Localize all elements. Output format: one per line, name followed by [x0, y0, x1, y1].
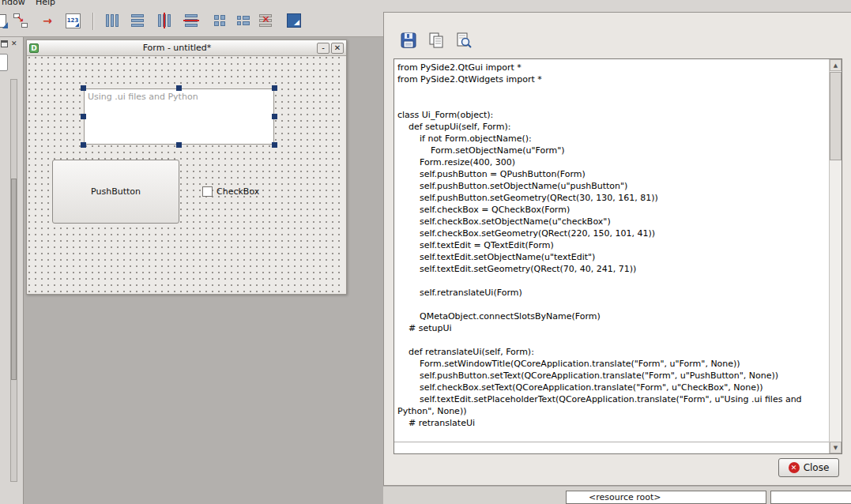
widgetbox-filter-input[interactable] [0, 54, 8, 71]
dock-float-icon[interactable] [1, 40, 8, 47]
toolbar-separator [92, 13, 94, 30]
selection-handle-bottom-middle[interactable] [176, 142, 182, 148]
code-vscrollbar-thumb[interactable] [830, 72, 842, 160]
left-dock-panel: ✕ [0, 37, 24, 504]
layout-form-icon[interactable] [234, 11, 253, 30]
code-dialog-toolbar [398, 30, 474, 51]
selection-handle-top-right[interactable] [272, 85, 277, 91]
horizontal-bars-icon [131, 14, 144, 27]
signal-slot-icon: ↘ [13, 13, 28, 28]
form-close-button[interactable]: ✕ [331, 43, 344, 54]
selection-handle-top-left[interactable] [81, 85, 86, 91]
widget-b-icon [21, 23, 28, 28]
save-icon[interactable] [398, 30, 419, 51]
close-button[interactable]: ✕ Close [778, 458, 839, 477]
selection-handle-middle-left[interactable] [81, 114, 86, 119]
red-x-icon: ✕ [262, 13, 270, 25]
selection-handle-bottom-left[interactable] [81, 142, 86, 148]
edit-buddies-icon[interactable]: → [38, 11, 57, 30]
code-hscrollbar-edge [394, 442, 829, 442]
menu-help[interactable]: Help [36, 0, 55, 7]
close-red-x-icon: ✕ [789, 462, 800, 473]
form-canvas[interactable]: PushButton CheckBox [28, 57, 345, 294]
scroll-down-icon[interactable]: ▼ [830, 442, 842, 453]
qt-designer-window: ndow Help ↘ → 123 [0, 0, 851, 504]
form-titlebar[interactable]: D Form - untitled* - ✕ [27, 40, 346, 56]
adjust-size-icon[interactable]: ◢ [284, 11, 303, 30]
pushbutton-widget[interactable]: PushButton [52, 160, 179, 224]
checkbox-widget[interactable]: CheckBox [202, 175, 282, 208]
layout-grid-icon[interactable] [210, 11, 229, 30]
buddy-arrow-icon: → [43, 14, 52, 27]
tab-order-123-icon: 123 [66, 13, 81, 28]
broken-bars-icon: ✕ [259, 14, 272, 27]
layout-splitter-vertical-icon[interactable] [182, 11, 201, 30]
code-view: from PySide2.QtGui import * from PySide2… [393, 58, 842, 454]
vertical-bars-icon [106, 14, 119, 27]
code-vscrollbar[interactable]: ▲ ▼ [829, 59, 842, 453]
grid-icon [214, 15, 225, 26]
selection-handle-bottom-right[interactable] [272, 142, 277, 148]
break-layout-icon[interactable]: ✕ [256, 11, 275, 30]
selection-handle-top-middle[interactable] [176, 85, 182, 91]
checkbox-label: CheckBox [217, 186, 259, 197]
form-layout-icon [237, 16, 250, 25]
form-designer-window: D Form - untitled* - ✕ PushButton [26, 39, 347, 295]
textedit-placeholder-area[interactable] [84, 88, 274, 145]
edit-signals-slots-icon[interactable]: ↘ [11, 11, 30, 30]
close-button-label: Close [804, 462, 830, 473]
widgetbox-scrollbar-thumb[interactable] [11, 179, 17, 380]
edit-widgets-icon[interactable] [0, 11, 9, 30]
form-minimize-button[interactable]: - [317, 43, 329, 54]
layout-splitter-horizontal-icon[interactable] [155, 11, 174, 30]
resource-detail-box[interactable] [770, 491, 851, 504]
splitter-h-icon [158, 14, 171, 27]
scroll-up-icon[interactable]: ▲ [830, 59, 842, 71]
view-code-dialog: from PySide2.QtGui import * from PySide2… [383, 12, 851, 486]
widgetbox-scrollbar[interactable] [10, 79, 17, 482]
layout-horizontal-icon[interactable] [103, 11, 122, 30]
selection-handle-middle-right[interactable] [272, 114, 277, 119]
dock-close-icon[interactable]: ✕ [11, 40, 17, 47]
copy-icon[interactable] [426, 30, 446, 51]
checkbox-box-icon[interactable] [202, 186, 213, 197]
textedit-widget[interactable] [84, 88, 274, 145]
find-icon[interactable] [454, 30, 474, 51]
resource-root-item[interactable]: <resource root> [566, 491, 766, 504]
menu-window[interactable]: ndow [2, 0, 25, 7]
layout-vertical-icon[interactable] [128, 11, 147, 30]
dock-titlebar: ✕ [1, 40, 17, 47]
resize-arrow-icon: ◢ [287, 13, 301, 28]
splitter-v-icon [185, 14, 198, 27]
form-window-title: Form - untitled* [39, 43, 315, 53]
edit-tab-order-icon[interactable]: 123 [63, 11, 82, 30]
widget-page-icon [0, 14, 6, 28]
generated-code-text[interactable]: from PySide2.QtGui import * from PySide2… [397, 62, 829, 441]
form-window-icon: D [29, 43, 39, 53]
